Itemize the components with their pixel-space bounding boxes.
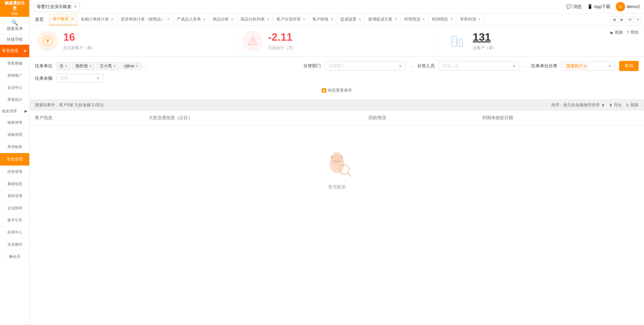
results-bar: 搜索结果中，客户0家 欠款金额 0.00元 排序：按欠款金额倒序排序 ▼ ⬆ 导…: [30, 100, 644, 111]
stat-label-customers: 总客户（家）: [473, 45, 497, 51]
sidebar-search[interactable]: 🔍 搜索菜单: [0, 17, 29, 35]
tab-purchase-order-stats[interactable]: 采购订单统计表 ✕: [77, 13, 117, 26]
app-download-action[interactable]: 📱 App下载: [587, 4, 610, 10]
table-header-row: 客户信息 欠款交易信息（占比） 回款情况 到期未收款日期: [30, 111, 644, 125]
dept-more-icon[interactable]: ···: [410, 64, 413, 69]
sidebar-item-finance[interactable]: 资金管理: [0, 153, 29, 166]
sidebar-item-basics[interactable]: 基础信息: [0, 178, 29, 190]
download-icon: 📱: [587, 4, 593, 9]
filter-tag-cjttcw-close[interactable]: ✕: [135, 64, 138, 68]
help-link[interactable]: ? 帮助: [627, 30, 639, 35]
filter-person-select[interactable]: 分管人员 ▼: [439, 62, 519, 71]
filter-dept-select[interactable]: 分管部门 ▼: [325, 62, 405, 71]
tab-home[interactable]: 首页: [30, 13, 49, 26]
tab-profit-report[interactable]: 利润报告 ✕: [429, 13, 457, 26]
filter-tag-wang-close[interactable]: ✕: [113, 64, 116, 68]
sidebar-quick-nav[interactable]: 快捷导航: [0, 35, 29, 45]
tab-business-situation-close[interactable]: ✕: [422, 17, 425, 21]
sidebar-item-retail-mall[interactable]: 零售商城: [0, 58, 29, 70]
sidebar-item-apps[interactable]: 应用中心: [0, 226, 29, 239]
balance-dropdown-arrow: ▼: [96, 76, 100, 80]
tab-purchase-order-stats-close[interactable]: ✕: [111, 17, 114, 21]
tab-product-analysis-list-close[interactable]: ✕: [267, 17, 269, 21]
tab-product-analysis-close[interactable]: ✕: [231, 17, 233, 21]
empty-row: 暂无数据: [30, 125, 644, 211]
sidebar-item-wholesale[interactable]: 批发管理▶: [0, 106, 29, 117]
tab-business-situation[interactable]: 经营情况 ✕: [401, 13, 429, 26]
video-link[interactable]: ▶ 视频: [610, 30, 623, 35]
tab-retail-profit-close[interactable]: ✕: [478, 17, 481, 21]
sidebar-item-guide[interactable]: 新手引导: [0, 214, 29, 226]
tab-close-all-btn[interactable]: ✕: [635, 16, 641, 23]
filter-tag-wu-close[interactable]: ✕: [65, 64, 68, 68]
sidebar-item-inventory[interactable]: 库存核算: [0, 141, 29, 153]
filter-more-tags[interactable]: ...: [143, 64, 146, 68]
svg-point-11: [331, 152, 343, 166]
tab-purchase-stats-product-close[interactable]: ✕: [167, 17, 170, 21]
sidebar-item-purchase[interactable]: 采购管理: [0, 129, 29, 141]
tab-product-inbound-close[interactable]: ✕: [203, 17, 206, 21]
tab-add-commission-close[interactable]: ✕: [394, 17, 397, 21]
filter-tag-wu: 伍 ✕: [56, 62, 71, 70]
sidebar-item-system[interactable]: 系统管理: [0, 190, 29, 202]
message-icon: 💬: [566, 4, 572, 9]
filter-tag-chen-close[interactable]: ✕: [89, 64, 92, 68]
filter-tag-normal-customer-close[interactable]: ✕: [584, 64, 587, 68]
tab-customer-ledger-close[interactable]: ✕: [71, 17, 74, 21]
industry-select[interactable]: 母婴行业演示账套 ▼: [34, 2, 80, 11]
sidebar-item-operations[interactable]: 经营管理: [0, 166, 29, 178]
sidebar-item-ecommerce[interactable]: 电商管理: [0, 117, 29, 129]
svg-text:!: !: [252, 40, 253, 44]
tab-customer-tier-close[interactable]: ✕: [303, 17, 305, 21]
sidebar-item-enterprise[interactable]: 企业协同: [0, 202, 29, 214]
message-action[interactable]: 💬 消息: [566, 4, 582, 10]
stat-value-customers: 131: [473, 32, 497, 42]
user-avatar[interactable]: D demo2: [616, 2, 640, 11]
results-summary: 搜索结果中，客户0家 欠款金额 0.00元: [35, 102, 104, 108]
tab-profit-report-close[interactable]: ✕: [450, 17, 453, 21]
sidebar-item-marketing[interactable]: 营销推广: [0, 70, 29, 82]
svg-line-15: [348, 173, 351, 176]
sidebar: 畅捷通好生意标版 🔍 搜索菜单 快捷导航 零售管理▼ 零售商城 营销推广 会员中…: [0, 0, 30, 325]
tab-customer-contact-close[interactable]: ✕: [331, 17, 333, 21]
tab-product-analysis-list[interactable]: 商品分析列表 ✕: [237, 13, 273, 26]
query-button[interactable]: 查询: [619, 61, 639, 71]
tab-expand-btn[interactable]: ⊞: [627, 16, 633, 23]
filter-collapse-btn[interactable]: 🔼 收起更多条件: [35, 85, 639, 95]
tab-purchase-stats-product[interactable]: 进货单统计表（按商品） ✕: [117, 13, 173, 26]
filter-person-label: 分管人员: [417, 63, 435, 69]
sort-action[interactable]: 排序：按欠款金额倒序排序 ▼: [551, 102, 605, 108]
video-icon: ▶: [610, 30, 613, 35]
sidebar-item-member[interactable]: 会员中心: [0, 82, 29, 94]
app-container: 畅捷通好生意标版 🔍 搜索菜单 快捷导航 零售管理▼ 零售商城 营销推广 会员中…: [0, 0, 644, 325]
tab-product-inbound[interactable]: 产成品入库单 ✕: [173, 13, 209, 26]
svg-rect-6: [453, 38, 455, 40]
table-container: 客户信息 欠款交易信息（占比） 回款情况 到期未收款日期: [30, 111, 644, 325]
tab-customer-contact[interactable]: 客户联络 ✕: [309, 13, 337, 26]
empty-text: 暂无数据: [328, 184, 346, 190]
sidebar-item-retail-mgmt[interactable]: 零售管理▼: [0, 45, 29, 58]
filter-balance-select[interactable]: 选择... ▼: [56, 74, 103, 83]
stat-icon-money: ¥: [38, 31, 58, 51]
filter-unitclass-select[interactable]: 普通客户 ✕ ▼: [561, 62, 615, 71]
export-action[interactable]: ⬆ 导出: [609, 102, 622, 108]
refresh-action[interactable]: ↻ 刷新: [626, 102, 639, 108]
sidebar-item-member2[interactable]: 畅会员: [0, 251, 29, 263]
svg-text:¥: ¥: [46, 38, 49, 44]
tab-prev-btn[interactable]: ◀: [610, 16, 617, 23]
svg-point-12: [331, 156, 333, 158]
tab-retail-profit[interactable]: 零售利润 ✕: [457, 13, 484, 26]
tab-product-analysis[interactable]: 商品分析 ✕: [209, 13, 237, 26]
svg-rect-9: [459, 43, 461, 44]
tab-commission-settings-close[interactable]: ✕: [358, 17, 361, 21]
person-more-icon[interactable]: ···: [523, 64, 527, 69]
tab-customer-ledger[interactable]: 客户账本 ✕: [49, 13, 77, 26]
industry-dropdown-arrow: ▼: [74, 5, 77, 8]
sidebar-item-wechat[interactable]: 企业微信: [0, 239, 29, 251]
tab-next-btn[interactable]: ▶: [618, 16, 625, 23]
sidebar-item-retail-stats[interactable]: 零售统计: [0, 94, 29, 106]
tab-add-commission[interactable]: 新增提成方案 ✕: [365, 13, 401, 26]
tab-commission-settings[interactable]: 提成设置 ✕: [337, 13, 365, 26]
tab-customer-tier[interactable]: 客户分层经营 ✕: [273, 13, 309, 26]
results-actions: 排序：按欠款金额倒序排序 ▼ ⬆ 导出 ↻ 刷新: [551, 102, 639, 108]
